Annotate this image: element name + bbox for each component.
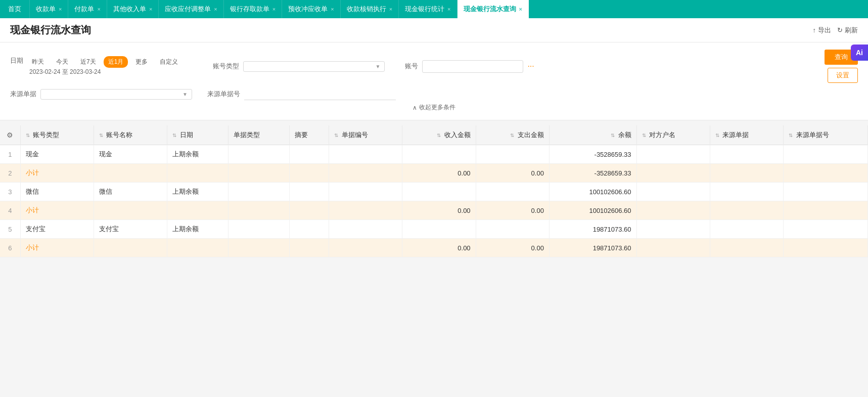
close-tab-stats[interactable]: ×: [447, 6, 450, 12]
nav-tab-bank-deposit[interactable]: 银行存取款单 ×: [224, 0, 282, 18]
th-source-doc-num[interactable]: ⇅ 来源单据号: [784, 125, 868, 145]
header-actions: ↑ 导出 ↻ 刷新: [813, 26, 858, 35]
th-income[interactable]: ⇅ 收入金额: [402, 125, 476, 145]
sort-icon-source-doc-num: ⇅: [789, 133, 793, 138]
th-date[interactable]: ⇅ 日期: [167, 125, 229, 145]
date-range-display: 2023-02-24 至 2023-03-24: [29, 68, 182, 76]
sort-icon-income: ⇅: [437, 133, 441, 138]
date-btn-more[interactable]: 更多: [131, 56, 152, 68]
nav-tab-prepay[interactable]: 预收冲应收单 ×: [282, 0, 340, 18]
filter-row-2: 来源单据 ▼ 来源单据号: [10, 88, 858, 100]
nav-tab-flow-query[interactable]: 现金银行流水查询 ×: [458, 0, 529, 18]
nav-tab-other-income[interactable]: 其他收入单 ×: [107, 0, 159, 18]
cell-income: 0.00: [402, 239, 476, 257]
date-btn-custom[interactable]: 自定义: [155, 56, 182, 68]
nav-tab-adjustment[interactable]: 应收应付调整单 ×: [159, 0, 223, 18]
cell-row-num: 3: [0, 183, 20, 201]
table-body: 1现金现金上期余额-3528659.332小计0.000.00-3528659.…: [0, 145, 868, 257]
source-doc-select[interactable]: ▼: [40, 89, 192, 100]
cell-date: [167, 164, 229, 183]
settings-button[interactable]: 设置: [828, 68, 858, 83]
cell-row-num: 5: [0, 220, 20, 239]
cell-source-doc-num: [784, 145, 868, 164]
cell-income: [402, 145, 476, 164]
close-tab-other-income[interactable]: ×: [149, 6, 152, 12]
date-btn-yesterday[interactable]: 昨天: [27, 56, 49, 68]
cell-account-type: 小计: [20, 201, 94, 220]
th-doc-number[interactable]: ⇅ 单据编号: [329, 125, 402, 145]
cell-account-type: 小计: [20, 239, 94, 257]
sort-icon-counterparty: ⇅: [642, 133, 646, 138]
cell-source-doc-num: [784, 201, 868, 220]
cell-date: 上期余额: [167, 183, 229, 201]
nav-tab-stats[interactable]: 现金银行统计 ×: [399, 0, 457, 18]
collapse-bar[interactable]: ∧ 收起更多条件: [10, 100, 858, 113]
cell-row-num: 6: [0, 239, 20, 257]
cell-doc-type: [229, 239, 290, 257]
cell-summary: [290, 164, 329, 183]
cell-summary: [290, 183, 329, 201]
th-counterparty[interactable]: ⇅ 对方户名: [636, 125, 710, 145]
sort-icon-date: ⇅: [172, 133, 176, 138]
page-title: 现金银行流水查询: [10, 23, 91, 37]
cell-source-doc-num: [784, 183, 868, 201]
cell-summary: [290, 239, 329, 257]
cell-source-doc-num: [784, 220, 868, 239]
close-tab-verify[interactable]: ×: [389, 6, 392, 12]
th-account-name[interactable]: ⇅ 账号名称: [94, 125, 167, 145]
sort-icon-doc-number: ⇅: [334, 133, 338, 138]
cell-row-num: 1: [0, 145, 20, 164]
cell-balance: 100102606.60: [549, 201, 636, 220]
cell-row-num: 2: [0, 164, 20, 183]
cell-account-type: 微信: [20, 183, 94, 201]
close-tab-bank-deposit[interactable]: ×: [272, 6, 276, 12]
cell-balance: -3528659.33: [549, 164, 636, 183]
refresh-button[interactable]: ↻ 刷新: [837, 26, 858, 35]
account-type-filter: 账号类型 ▼: [213, 61, 385, 72]
date-btn-today[interactable]: 今天: [52, 56, 73, 68]
close-tab-prepay[interactable]: ×: [331, 6, 334, 12]
nav-tab-verify[interactable]: 收款核销执行 ×: [341, 0, 399, 18]
cell-counterparty: [636, 239, 710, 257]
source-doc-num-filter: 来源单据号: [207, 88, 396, 100]
export-button[interactable]: ↑ 导出: [813, 26, 832, 35]
cell-account-name: 支付宝: [94, 220, 167, 239]
table-row: 2小计0.000.00-3528659.33: [0, 164, 868, 183]
account-filter: 账号 ···: [405, 60, 534, 73]
account-type-select[interactable]: ▼: [243, 61, 385, 72]
cell-date: 上期余额: [167, 145, 229, 164]
source-doc-num-input[interactable]: [244, 88, 396, 100]
gear-settings-icon[interactable]: ⚙: [7, 131, 13, 139]
th-expense[interactable]: ⇅ 支出金额: [476, 125, 549, 145]
cell-account-type: 支付宝: [20, 220, 94, 239]
date-options-row: 昨天 今天 近7天 近1月 更多 自定义: [27, 56, 182, 68]
account-input[interactable]: [422, 60, 523, 73]
ai-assistant-badge[interactable]: Ai: [851, 45, 868, 61]
nav-home[interactable]: 首页: [0, 0, 30, 18]
close-tab-payment[interactable]: ×: [97, 6, 100, 12]
cell-summary: [290, 201, 329, 220]
date-btn-7days[interactable]: 近7天: [76, 56, 101, 68]
sort-icon-expense: ⇅: [510, 133, 514, 138]
nav-tab-payment[interactable]: 付款单 ×: [68, 0, 107, 18]
export-icon: ↑: [813, 26, 816, 34]
cell-income: [402, 183, 476, 201]
th-account-type[interactable]: ⇅ 账号类型: [20, 125, 94, 145]
close-tab-receipt[interactable]: ×: [59, 6, 62, 12]
close-tab-flow-query[interactable]: ×: [519, 6, 522, 12]
data-table: ⚙ ⇅ 账号类型 ⇅ 账号名称 ⇅ 日期 单据类型 摘要: [0, 125, 868, 257]
top-navigation: 首页 收款单 × 付款单 × 其他收入单 × 应收应付调整单 × 银行存取款单 …: [0, 0, 868, 18]
th-source-doc[interactable]: ⇅ 来源单据: [710, 125, 783, 145]
page-header: 现金银行流水查询 ↑ 导出 ↻ 刷新: [0, 18, 868, 42]
th-balance[interactable]: ⇅ 余额: [549, 125, 636, 145]
close-tab-adjustment[interactable]: ×: [214, 6, 217, 12]
table-row: 1现金现金上期余额-3528659.33: [0, 145, 868, 164]
cell-account-type: 小计: [20, 164, 94, 183]
account-dots-button[interactable]: ···: [527, 62, 534, 71]
nav-tab-receipt[interactable]: 收款单 ×: [30, 0, 68, 18]
cell-summary: [290, 220, 329, 239]
date-btn-1month[interactable]: 近1月: [104, 56, 128, 68]
sort-icon-account-name: ⇅: [99, 133, 103, 138]
source-doc-label: 来源单据: [10, 90, 36, 99]
cell-income: 0.00: [402, 201, 476, 220]
